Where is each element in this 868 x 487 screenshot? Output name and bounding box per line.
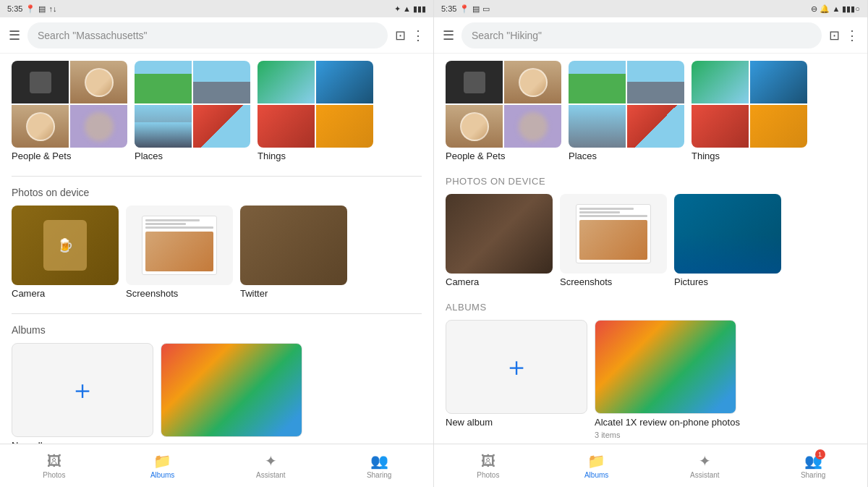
left-album-new[interactable]: ＋ New album [12, 343, 153, 444]
left-plus-icon: ＋ [69, 373, 95, 408]
wifi-icon: ▲ [403, 4, 411, 13]
left-people-cell-3 [12, 105, 69, 148]
right-people-cell-4 [504, 105, 561, 148]
right-albums-section: ALBUMS ＋ New album Alcatel 1X review on-… [446, 302, 856, 439]
left-graffiti-thumb [161, 343, 302, 437]
left-hamburger-icon[interactable]: ☰ [9, 27, 20, 43]
right-nav-photos-label: Photos [477, 471, 499, 479]
left-nav-assistant[interactable]: ✦ Assistant [217, 449, 326, 482]
right-category-grid: People & Pets Places [446, 61, 856, 161]
right-things-label: Things [692, 151, 807, 161]
right-more-icon[interactable]: ⋮ [846, 27, 859, 43]
right-search-bar: ☰ Search "Hiking" ⊡ ⋮ [434, 17, 867, 54]
right-things-cell-1 [692, 61, 749, 103]
right-albums-grid: ＋ New album Alcatel 1X review on-phone p… [446, 320, 856, 439]
left-things-cell-3 [258, 105, 315, 148]
right-sim-icon: ▤ [472, 4, 480, 14]
right-nav-sharing[interactable]: 👥 1 Sharing [759, 449, 867, 482]
left-cast-icon[interactable]: ⊡ [395, 27, 406, 43]
location-icon: 📍 [25, 4, 35, 14]
left-category-grid: People & Pets Places [12, 61, 422, 161]
right-camera-label: Camera [446, 276, 553, 287]
left-new-album-thumb: ＋ [12, 343, 153, 437]
right-face-1 [519, 68, 548, 97]
left-bottom-nav: 🖼 Photos 📁 Albums ✦ Assistant 👥 Sharing [0, 444, 433, 487]
right-category-things[interactable]: Things [692, 61, 807, 161]
right-places-cell-1 [569, 61, 626, 103]
right-places-cell-2 [627, 61, 684, 103]
right-alcatel-sublabel: 3 items [595, 431, 740, 439]
left-nav-albums[interactable]: 📁 Albums [109, 449, 217, 482]
right-sharing-badge: 1 [815, 449, 825, 460]
left-search-input[interactable]: Search "Massachusetts" [27, 22, 388, 48]
left-category-places[interactable]: Places [135, 61, 250, 161]
left-things-mosaic [258, 61, 373, 148]
right-face-blurred-1 [519, 112, 548, 141]
right-battery-icon: ▮▮▮○ [842, 4, 860, 14]
left-people-pets-label: People & Pets [12, 151, 127, 161]
left-nav-sharing[interactable]: 👥 Sharing [325, 449, 433, 482]
left-nav-assistant-label: Assistant [256, 471, 286, 479]
right-time: 5:35 [441, 4, 456, 13]
right-panel-content: People & Pets Places [434, 54, 867, 444]
left-search-bar: ☰ Search "Massachusetts" ⊡ ⋮ [0, 17, 433, 54]
right-device-screenshots[interactable]: Screenshots [560, 194, 667, 287]
right-alcatel-thumb [595, 320, 736, 414]
left-more-icon[interactable]: ⋮ [412, 27, 425, 43]
left-sep-2 [12, 313, 422, 314]
right-nav-photos[interactable]: 🖼 Photos [434, 450, 542, 482]
right-places-label: Places [569, 151, 684, 161]
right-screen-icon: ▭ [482, 4, 490, 14]
left-albums-grid: ＋ New album [12, 343, 422, 444]
right-face-2 [460, 112, 489, 141]
left-screenshots-thumb [126, 206, 233, 285]
right-device-section: PHOTOS ON DEVICE Camera [446, 176, 856, 287]
left-nav-sharing-label: Sharing [367, 471, 391, 479]
left-sep-1 [12, 176, 422, 177]
right-nav-albums[interactable]: 📁 Albums [542, 449, 651, 482]
left-device-twitter[interactable]: Twitter [240, 206, 347, 299]
left-nav-photos[interactable]: 🖼 Photos [0, 450, 109, 482]
right-album-alcatel[interactable]: Alcatel 1X review on-phone photos 3 item… [595, 320, 740, 439]
left-places-cell-1 [135, 61, 192, 103]
right-cast-icon[interactable]: ⊡ [829, 27, 840, 43]
right-hamburger-icon[interactable]: ☰ [443, 27, 454, 43]
left-people-cell-4 [70, 105, 127, 148]
right-nav-assistant[interactable]: ✦ Assistant [651, 449, 760, 482]
left-face-1 [85, 68, 114, 97]
left-device-section: Photos on device 🍺 Camera [12, 187, 422, 299]
right-new-album-thumb: ＋ [446, 320, 587, 414]
left-places-cell-3 [135, 105, 192, 148]
right-plus-icon: ＋ [503, 350, 529, 385]
left-places-mosaic [135, 61, 250, 148]
right-nav-albums-label: Albums [584, 471, 608, 479]
left-things-label: Things [258, 151, 373, 161]
right-places-mosaic [569, 61, 684, 148]
right-device-camera[interactable]: Camera [446, 194, 553, 287]
left-device-screenshots[interactable]: Screenshots [126, 206, 233, 299]
left-face-2 [26, 112, 55, 141]
left-albums-label: Albums [12, 324, 422, 336]
right-albums-label: ALBUMS [446, 302, 856, 313]
left-things-cell-2 [316, 61, 373, 103]
right-album-new[interactable]: ＋ New album [446, 320, 587, 439]
right-nav-photos-icon: 🖼 [481, 453, 495, 470]
left-album-graffiti[interactable] [161, 343, 302, 444]
left-device-camera[interactable]: 🍺 Camera [12, 206, 119, 299]
left-category-people-pets[interactable]: People & Pets [12, 61, 127, 161]
left-people-cell-1 [12, 61, 69, 103]
right-device-pictures[interactable]: Pictures [674, 194, 781, 287]
right-category-places[interactable]: Places [569, 61, 684, 161]
right-status-bar: 5:35 📍 ▤ ▭ ⊖ 🔔 ▲ ▮▮▮○ [434, 0, 867, 17]
right-alcatel-label: Alcatel 1X review on-phone photos [595, 417, 740, 428]
left-time: 5:35 [7, 4, 22, 13]
left-places-label: Places [135, 151, 250, 161]
right-category-people-pets[interactable]: People & Pets [446, 61, 561, 161]
right-categories-section: People & Pets Places [446, 61, 856, 161]
sim-icon: ▤ [38, 4, 46, 14]
left-device-grid: 🍺 Camera [12, 206, 422, 299]
right-search-input[interactable]: Search "Hiking" [461, 22, 822, 48]
left-category-things[interactable]: Things [258, 61, 373, 161]
left-nav-photos-label: Photos [43, 471, 65, 479]
right-things-cell-3 [692, 105, 749, 148]
